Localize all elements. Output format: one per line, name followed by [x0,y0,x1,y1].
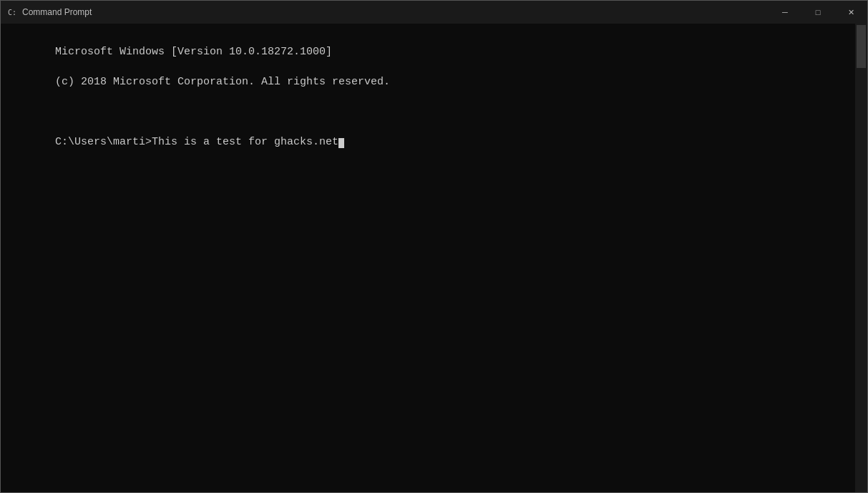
command-text: This is a test for ghacks.net [152,136,338,148]
scrollbar[interactable] [855,24,867,492]
titlebar: C: Command Prompt ─ □ ✕ [1,1,867,24]
content-area: Microsoft Windows [Version 10.0.18272.10… [1,24,867,492]
scrollbar-thumb[interactable] [857,25,866,68]
prompt: C:\Users\marti> [55,136,152,148]
terminal-output: Microsoft Windows [Version 10.0.18272.10… [4,29,852,165]
cursor [338,138,344,148]
close-button[interactable]: ✕ [834,1,867,24]
cmd-window: C: Command Prompt ─ □ ✕ Microsoft Window… [0,0,868,493]
maximize-button[interactable]: □ [801,1,834,24]
line-version: Microsoft Windows [Version 10.0.18272.10… [55,46,332,58]
titlebar-left: C: Command Prompt [6,6,92,18]
window-title: Command Prompt [22,7,92,17]
svg-text:C:: C: [8,9,16,16]
titlebar-controls: ─ □ ✕ [769,1,867,24]
line-copyright: (c) 2018 Microsoft Corporation. All righ… [55,76,390,88]
terminal-window[interactable]: Microsoft Windows [Version 10.0.18272.10… [1,24,855,492]
minimize-button[interactable]: ─ [769,1,801,24]
cmd-icon: C: [6,6,18,18]
